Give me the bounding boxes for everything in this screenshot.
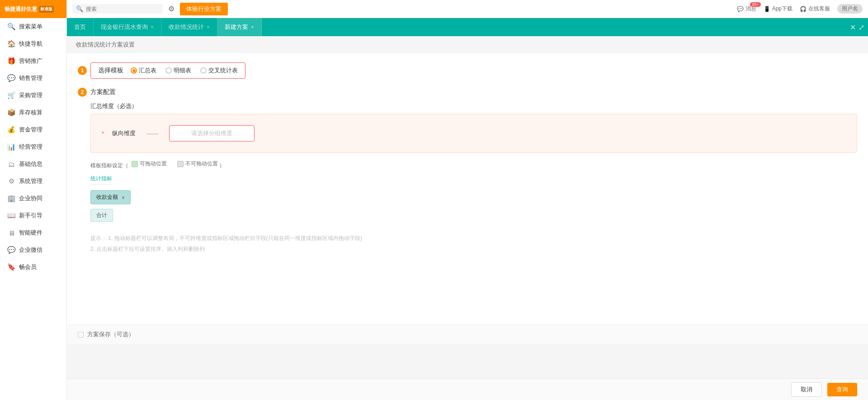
save-label: 方案保存（可选）	[87, 330, 134, 339]
quick-nav-icon: 🏠	[7, 40, 15, 48]
guide-icon: 📖	[7, 212, 15, 220]
sidebar-item-system[interactable]: ⚙ 系统管理	[0, 173, 66, 190]
non-draggable-label: 不可拖动位置	[185, 160, 218, 168]
arrow-icon: ——	[146, 130, 158, 137]
sidebar-item-inventory[interactable]: 📦 库存核算	[0, 104, 66, 121]
member-icon: 🔖	[7, 263, 15, 271]
inventory-icon: 📦	[7, 108, 15, 117]
radio-cross[interactable]: 交叉统计表	[200, 66, 238, 75]
wechat-icon: 💬	[7, 246, 15, 254]
save-checkbox[interactable]	[78, 332, 84, 338]
trial-button[interactable]: 体验行业方案	[180, 3, 228, 15]
content-area: 收款情况统计方案设置 1 选择模板 汇总表 明细表 交叉统计表	[67, 36, 868, 378]
sidebar-item-quick-nav[interactable]: 🏠 快捷导航	[0, 35, 66, 52]
tab-new-plan[interactable]: 新建方案×	[217, 18, 262, 36]
template-radio-group: 汇总表 明细表 交叉统计表	[131, 66, 238, 75]
sidebar-label-hardware: 智能硬件	[19, 229, 42, 237]
indicator-cell-amount[interactable]: 收款金额 ∨	[90, 190, 131, 204]
radio-summary[interactable]: 汇总表	[131, 66, 156, 75]
sidebar-label-member: 畅会员	[19, 263, 37, 271]
purchase-icon: 🛒	[7, 91, 15, 99]
tabbar-actions: ✕ ⤢	[846, 18, 868, 36]
sidebar-label-search-menu: 搜索菜单	[19, 23, 42, 31]
dimension-box: * 纵向维度 —— 请选择分组维度	[90, 114, 857, 153]
tab-collection[interactable]: 收款情况统计×	[161, 18, 217, 36]
sidebar-label-finance: 资金管理	[19, 126, 42, 134]
download-label: App下载	[772, 5, 793, 13]
sidebar-item-hardware[interactable]: 🖥 智能硬件	[0, 224, 66, 241]
indicator-dropdown-icon[interactable]: ∨	[122, 195, 125, 200]
logo-badge: 标准版	[39, 6, 54, 13]
sidebar-item-sales[interactable]: 💬 销售管理	[0, 70, 66, 87]
search-icon: 🔍	[76, 5, 83, 12]
operation-icon: 📊	[7, 143, 15, 151]
step1-section: 1 选择模板 汇总表 明细表 交叉统计表	[78, 62, 857, 79]
user-avatar[interactable]: 用户名	[837, 4, 863, 14]
radio-circle-summary	[131, 67, 137, 74]
sidebar-item-operation[interactable]: 📊 经营管理	[0, 138, 66, 155]
service-button[interactable]: 🎧 在线客服	[800, 5, 830, 13]
draggable-label: 可拖动位置	[140, 160, 167, 168]
sidebar-label-marketing: 营销推广	[19, 57, 42, 65]
tab-label-collection: 收款情况统计	[169, 23, 204, 31]
logo-text: 畅捷通好生意	[5, 5, 37, 13]
indicator-cell-label: 收款金额	[96, 193, 118, 201]
indicator-section: 模板指标设定（ 可拖动位置 不可拖动位置	[90, 160, 857, 224]
sidebar-item-marketing[interactable]: 🎁 营销推广	[0, 52, 66, 70]
tab-close-new-plan[interactable]: ×	[251, 24, 254, 30]
page: 收款情况统计方案设置 1 选择模板 汇总表 明细表 交叉统计表	[67, 36, 868, 344]
radio-circle-detail	[165, 67, 172, 74]
tab-close-cashflow[interactable]: ×	[151, 24, 154, 30]
sidebar-item-guide[interactable]: 📖 新手引导	[0, 207, 66, 224]
query-button[interactable]: 查询	[827, 383, 857, 396]
bottom-bar: 取消 查询	[67, 378, 868, 400]
step2-title: 2 方案配置	[78, 88, 857, 97]
sidebar-label-basic-info: 基础信息	[19, 160, 42, 168]
sidebar-item-member[interactable]: 🔖 畅会员	[0, 259, 66, 276]
sidebar-item-basic-info[interactable]: 🗂 基础信息	[0, 155, 66, 173]
marketing-icon: 🎁	[7, 57, 15, 65]
main-area: 🔍 ⚙ 体验行业方案 💬 消息 99+ 📱 App下载 🎧 在线客服 用户名 首…	[67, 0, 868, 400]
sidebar-label-guide: 新手引导	[19, 212, 42, 220]
tab-close-collection[interactable]: ×	[207, 24, 210, 30]
subtotal-area: 合计	[90, 207, 857, 222]
main-card: 1 选择模板 汇总表 明细表 交叉统计表	[67, 53, 868, 325]
close-all-icon[interactable]: ✕	[850, 23, 856, 32]
service-label: 在线客服	[808, 5, 830, 13]
radio-detail[interactable]: 明细表	[165, 66, 191, 75]
dim-select[interactable]: 请选择分组维度	[169, 125, 255, 141]
sidebar-item-purchase[interactable]: 🛒 采购管理	[0, 87, 66, 104]
step1-label: 选择模板	[98, 66, 123, 75]
tab-home[interactable]: 首页	[67, 18, 94, 36]
gear-icon[interactable]: ⚙	[168, 5, 175, 13]
finance-icon: 💰	[7, 126, 15, 134]
indicator-header: 模板指标设定（ 可拖动位置 不可拖动位置	[90, 160, 857, 169]
step2-label: 方案配置	[90, 88, 116, 96]
save-section: 方案保存（可选）	[67, 325, 868, 344]
sidebar-label-quick-nav: 快捷导航	[19, 40, 42, 48]
download-button[interactable]: 📱 App下载	[764, 5, 793, 13]
tab-cashflow[interactable]: 现金银行流水查询×	[94, 18, 161, 36]
cancel-button[interactable]: 取消	[791, 382, 822, 397]
radio-inner-summary	[132, 69, 136, 72]
tip-line-0: 提示： 1. 拖动标题栏可以调整布局，不可跨维度或指标区域拖动栏目字段(只能在同…	[90, 233, 857, 244]
topbar: 🔍 ⚙ 体验行业方案 💬 消息 99+ 📱 App下载 🎧 在线客服 用户名	[67, 0, 868, 18]
search-input[interactable]	[86, 6, 149, 12]
sidebar: 畅捷通好生意 标准版 🔍 搜索菜单 🏠 快捷导航 🎁 营销推广 💬 销售管理 🛒…	[0, 0, 67, 400]
sidebar-item-wechat[interactable]: 💬 企业微信	[0, 241, 66, 259]
vertical-dim-label: 纵向维度	[112, 129, 136, 137]
subtotal-cell: 合计	[90, 209, 113, 222]
radio-text-summary: 汇总表	[139, 66, 156, 75]
sidebar-item-enterprise[interactable]: 🏢 企业协同	[0, 190, 66, 207]
tabbar: 首页现金银行流水查询×收款情况统计×新建方案× ✕ ⤢	[67, 18, 868, 36]
tab-label-home: 首页	[74, 23, 86, 31]
maximize-icon[interactable]: ⤢	[859, 23, 864, 32]
search-box[interactable]: 🔍	[72, 4, 163, 14]
message-button[interactable]: 💬 消息 99+	[737, 5, 756, 13]
dimension-label: 汇总维度（必选）	[90, 102, 857, 110]
sidebar-item-search-menu[interactable]: 🔍 搜索菜单	[0, 18, 66, 35]
tab-label-cashflow: 现金银行流水查询	[101, 23, 148, 31]
radio-text-cross: 交叉统计表	[208, 66, 238, 75]
sidebar-label-operation: 经营管理	[19, 143, 42, 151]
sidebar-item-finance[interactable]: 💰 资金管理	[0, 121, 66, 138]
